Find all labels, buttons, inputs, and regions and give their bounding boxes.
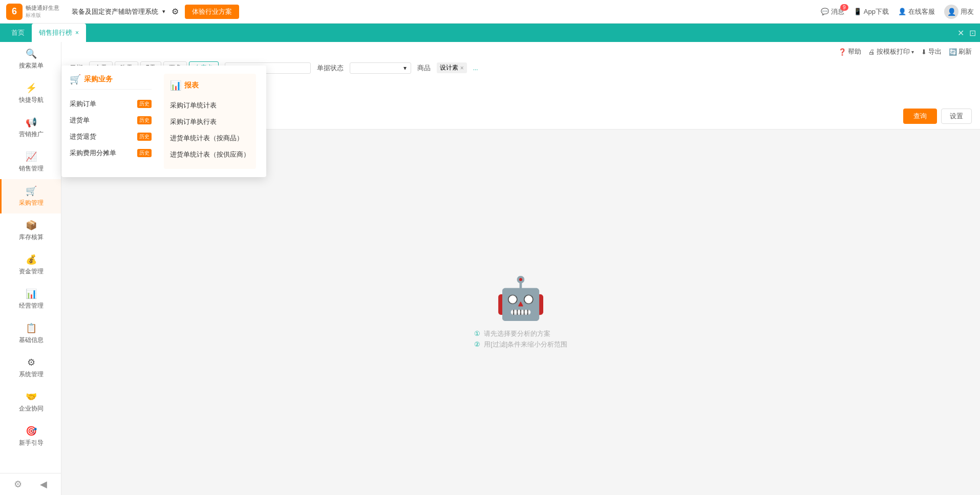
online-service-label: 在线客服 — [908, 7, 935, 16]
sidebar-item-system-label: 系统管理 — [19, 370, 44, 379]
empty-area: 🤖 ① 请先选择要分析的方案 ② 用[过滤]条件来缩小分析范围 — [61, 130, 980, 495]
sidebar-bottom: ⚙ ◀ — [0, 473, 61, 495]
tab-fullscreen-icon[interactable]: ⊡ — [969, 28, 976, 38]
sidebar-item-finance-label: 资金管理 — [19, 267, 44, 276]
service-icon: 👤 — [898, 8, 906, 15]
status-select[interactable]: ▾ — [350, 62, 411, 74]
goods-tag-remove[interactable]: × — [460, 64, 464, 72]
app-download-label: App下载 — [864, 7, 889, 16]
sidebar-item-guide-label: 新手引导 — [19, 439, 44, 447]
system-icon: ⚙ — [27, 357, 35, 368]
menu-item-receipt-by-goods[interactable]: 进货单统计表（按商品） — [170, 130, 250, 146]
empty-tips: ① 请先选择要分析的方案 ② 用[过滤]条件来缩小分析范围 — [474, 328, 568, 351]
menu-item-receipt-by-goods-label: 进货单统计表（按商品） — [170, 134, 243, 142]
collab-icon: 🤝 — [26, 391, 37, 402]
sidebar-item-finance[interactable]: 💰 资金管理 — [0, 248, 61, 282]
export-icon: ⬇ — [921, 48, 927, 56]
query-btn[interactable]: 查询 — [903, 109, 937, 124]
top-header: 6 畅捷通好生意 标准版 装备及固定资产辅助管理系统 ▾ ⚙ 体验行业方案 💬 … — [0, 0, 980, 24]
title-dropdown-icon[interactable]: ▾ — [162, 8, 165, 15]
user-label: 用友 — [961, 7, 974, 16]
tab-sales-rank[interactable]: 销售排行榜 × — [32, 24, 86, 42]
menu-item-goods-return[interactable]: 进货退货 历史 — [70, 128, 152, 145]
sidebar-item-purchase[interactable]: 🛒 采购管理 — [0, 179, 61, 213]
header-right: 💬 消息 9 📱 App下载 👤 在线客服 👤 用友 — [821, 5, 974, 19]
sidebar-settings-icon[interactable]: ⚙ — [14, 479, 22, 490]
tab-close-all-icon[interactable]: ✕ — [957, 28, 964, 38]
sidebar-item-basicinfo[interactable]: 📋 基础信息 — [0, 316, 61, 351]
tab-home[interactable]: 首页 — [4, 24, 32, 42]
sidebar-item-marketing-label: 营销推广 — [19, 130, 44, 139]
tip1-text: 请先选择要分析的方案 — [484, 330, 550, 337]
print-dropdown-icon[interactable]: ▾ — [911, 49, 914, 55]
user-btn[interactable]: 👤 用友 — [944, 5, 974, 19]
quicknav-icon: ⚡ — [26, 82, 37, 94]
menu-item-receipt-by-supplier[interactable]: 进货单统计表（按供应商） — [170, 146, 250, 163]
goods-more-btn[interactable]: ... — [473, 64, 478, 72]
sidebar-item-purchase-label: 采购管理 — [19, 199, 44, 207]
sidebar-item-operation-label: 经营管理 — [19, 302, 44, 310]
sidebar-item-quicknav-label: 快捷导航 — [19, 96, 44, 104]
menu-item-goods-receipt-label: 进货单 — [70, 116, 134, 125]
sidebar-item-marketing[interactable]: 📢 营销推广 — [0, 111, 61, 145]
sidebar-item-system[interactable]: ⚙ 系统管理 — [0, 351, 61, 385]
menu-item-purchase-expense-label: 采购费用分摊单 — [70, 148, 134, 158]
settings-btn[interactable]: 设置 — [941, 109, 972, 124]
print-icon: 🖨 — [868, 48, 875, 56]
menu-item-po-exec-label: 采购订单执行表 — [170, 118, 217, 125]
sidebar-collapse-icon[interactable]: ◀ — [40, 479, 47, 490]
goods-label: 商品 — [417, 63, 431, 73]
empty-tip-1: ① 请先选择要分析的方案 — [474, 329, 568, 338]
marketing-icon: 📢 — [26, 117, 37, 128]
refresh-btn[interactable]: 🔄 刷新 — [949, 47, 972, 56]
sidebar-item-collab[interactable]: 🤝 企业协同 — [0, 385, 61, 419]
basicinfo-icon: 📋 — [26, 322, 37, 334]
refresh-label: 刷新 — [958, 47, 972, 56]
online-service-btn[interactable]: 👤 在线客服 — [898, 7, 935, 16]
tab-right-icons: ✕ ⊡ — [957, 28, 976, 38]
logo-icon: 6 — [6, 4, 23, 20]
purchase-section-icon: 🛒 — [70, 74, 81, 85]
header-settings-icon[interactable]: ⚙ — [172, 7, 179, 16]
system-title-area: 装备及固定资产辅助管理系统 ▾ ⚙ — [72, 7, 179, 16]
tab-close-icon[interactable]: × — [75, 29, 79, 36]
tab-sales-rank-label: 销售排行榜 — [39, 28, 72, 37]
menu-item-po-stat[interactable]: 采购订单统计表 — [170, 97, 250, 114]
sidebar-item-search[interactable]: 🔍 搜索菜单 — [0, 42, 61, 76]
sidebar-item-search-label: 搜索菜单 — [19, 61, 44, 70]
report-section-icon: 📊 — [170, 80, 181, 91]
status-label: 单据状态 — [317, 63, 344, 73]
sidebar-item-operation[interactable]: 📊 经营管理 — [0, 282, 61, 316]
menu-item-purchase-order[interactable]: 采购订单 历史 — [70, 96, 152, 112]
app-download-btn[interactable]: 📱 App下载 — [854, 7, 889, 16]
export-btn[interactable]: ⬇ 导出 — [921, 47, 942, 56]
purchase-section-title: 🛒 采购业务 — [70, 74, 152, 90]
goods-tag-value: 设计素 — [440, 63, 458, 72]
industry-btn[interactable]: 体验行业方案 — [185, 5, 239, 19]
guide-icon: 🎯 — [26, 425, 37, 437]
operation-icon: 📊 — [26, 288, 37, 299]
sidebar-item-sales[interactable]: 📈 销售管理 — [0, 145, 61, 179]
history-badge-3: 历史 — [137, 133, 152, 141]
report-section-label: 报表 — [184, 81, 199, 90]
sidebar-item-quicknav[interactable]: ⚡ 快捷导航 — [0, 76, 61, 111]
menu-item-goods-receipt[interactable]: 进货单 历史 — [70, 112, 152, 128]
sidebar-item-guide[interactable]: 🎯 新手引导 — [0, 419, 61, 454]
status-select-arrow: ▾ — [403, 64, 407, 72]
tab-bar: 首页 销售排行榜 × ✕ ⊡ — [0, 24, 980, 42]
sidebar-item-collab-label: 企业协同 — [19, 404, 44, 413]
sidebar-item-inventory-label: 库存核算 — [19, 233, 44, 242]
user-avatar: 👤 — [944, 5, 958, 19]
help-btn[interactable]: ❓ 帮助 — [838, 47, 861, 56]
purchase-section-label: 采购业务 — [84, 75, 113, 84]
message-btn[interactable]: 💬 消息 9 — [821, 7, 844, 16]
tip1-num: ① — [474, 330, 480, 337]
search-icon: 🔍 — [26, 48, 37, 59]
menu-item-purchase-expense[interactable]: 采购费用分摊单 历史 — [70, 145, 152, 161]
menu-item-receipt-by-supplier-label: 进货单统计表（按供应商） — [170, 150, 250, 158]
print-btn[interactable]: 🖨 按模板打印 ▾ — [868, 47, 914, 56]
purchase-icon: 🛒 — [26, 185, 37, 197]
sidebar-item-inventory[interactable]: 📦 库存核算 — [0, 213, 61, 248]
sidebar-item-sales-label: 销售管理 — [19, 164, 44, 173]
menu-item-po-exec[interactable]: 采购订单执行表 — [170, 114, 250, 130]
